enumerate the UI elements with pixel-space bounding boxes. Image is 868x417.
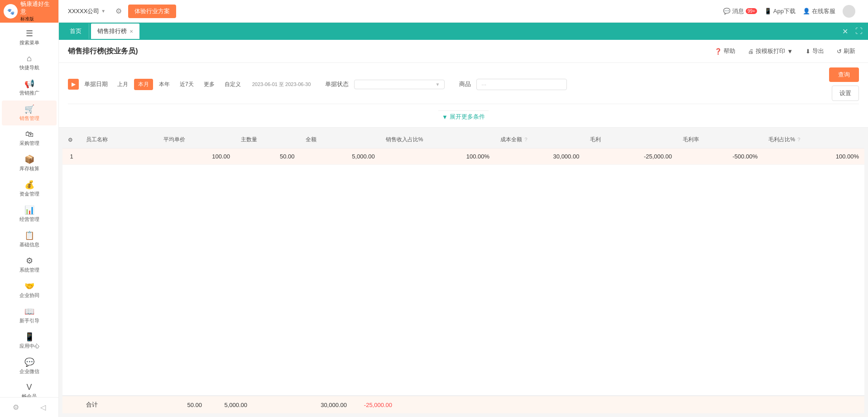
table-footer: 合计 50.00 5,000.00 30,000.00 -25,000.00 bbox=[62, 395, 864, 413]
sidebar-label-basic: 基础信息 bbox=[19, 241, 39, 248]
maximize-icon[interactable]: ⛶ bbox=[854, 25, 864, 38]
goods-input[interactable]: ··· bbox=[476, 79, 567, 90]
filter-toggle-btn[interactable]: ▶ bbox=[68, 79, 79, 90]
date-filter-label: 单据日期 bbox=[84, 80, 108, 88]
sidebar-item-quick[interactable]: ⌂快捷导航 bbox=[2, 50, 57, 75]
sidebar-item-inventory[interactable]: 📦库存核算 bbox=[2, 151, 57, 176]
sidebar-label-search: 搜索菜单 bbox=[19, 39, 39, 46]
gross-pct-help-icon[interactable]: ? bbox=[797, 137, 800, 142]
tab-sales-ranking[interactable]: 销售排行榜 ✕ bbox=[91, 24, 139, 39]
app-version: 标准版 bbox=[20, 16, 55, 22]
company-selector[interactable]: XXXXX公司 ▼ bbox=[64, 5, 109, 17]
search-icon: ☰ bbox=[26, 29, 33, 38]
sales-icon: 🛒 bbox=[24, 104, 34, 114]
sidebar-item-purchase[interactable]: 🛍采购管理 bbox=[2, 126, 57, 150]
cell-name bbox=[81, 149, 158, 165]
sidebar-item-apps[interactable]: 📱应用中心 bbox=[2, 328, 57, 353]
col-header-gross-pct: 毛利占比% ? bbox=[763, 131, 864, 149]
sidebar-item-basic[interactable]: 📋基础信息 bbox=[2, 227, 57, 252]
tab-close-icon[interactable]: ✕ bbox=[129, 29, 133, 34]
date-btn-custom[interactable]: 自定义 bbox=[221, 79, 245, 90]
online-service-btn[interactable]: 👤 在线客服 bbox=[803, 7, 835, 15]
sidebar-label-finance: 资金管理 bbox=[19, 191, 39, 197]
print-icon: 🖨 bbox=[748, 48, 754, 55]
col-header-gross-rate: 毛利率 bbox=[677, 131, 763, 149]
sidebar-item-sales[interactable]: 🛒销售管理 bbox=[2, 101, 57, 125]
cost-help-icon[interactable]: ? bbox=[524, 137, 527, 142]
tab-home[interactable]: 首页 bbox=[62, 24, 89, 39]
export-button[interactable]: ⬇ 导出 bbox=[802, 45, 828, 57]
wechat-icon: 💬 bbox=[24, 357, 34, 367]
content: 销售排行榜(按业务员) ❓ 帮助 🖨 按模板打印 ▼ ⬇ 导出 ↺ 刷新 bbox=[59, 40, 868, 417]
service-icon: 👤 bbox=[803, 8, 810, 14]
date-btn-this-month[interactable]: 本月 bbox=[134, 79, 153, 90]
date-btn-more[interactable]: 更多 bbox=[200, 79, 219, 90]
sidebar-bottom: ⚙ ◁ bbox=[0, 397, 58, 417]
sidebar-item-finance[interactable]: 💰资金管理 bbox=[2, 176, 57, 201]
expand-icon: ▼ bbox=[442, 114, 448, 120]
service-label: 在线客服 bbox=[812, 7, 835, 15]
sidebar-item-system[interactable]: ⚙系统管理 bbox=[2, 252, 57, 277]
close-window-icon[interactable]: ✕ bbox=[840, 25, 850, 38]
sidebar-nav: ☰搜索菜单⌂快捷导航📢营销推广🛒销售管理🛍采购管理📦库存核算💰资金管理📊经营管理… bbox=[0, 23, 58, 397]
table-row: 1 100.00 50.00 5,000.00 100.00% 30,000.0… bbox=[62, 149, 864, 165]
table-body: 1 100.00 50.00 5,000.00 100.00% 30,000.0… bbox=[62, 149, 864, 165]
avatar[interactable] bbox=[843, 5, 855, 18]
purchase-icon: 🛍 bbox=[25, 129, 34, 139]
data-table: ⚙ 员工名称 平均单价 主数量 全额 销售收入占比% 成本全额 ? 毛利 毛利率… bbox=[62, 131, 864, 165]
settings-icon[interactable]: ⚙ bbox=[11, 401, 21, 413]
topbar-settings-icon[interactable]: ⚙ bbox=[114, 5, 124, 17]
main-area: XXXXX公司 ▼ ⚙ 体验行业方案 💬 消息 99+ 📱 App下载 👤 在线… bbox=[59, 0, 868, 417]
col-header-amount: 全额 bbox=[300, 131, 380, 149]
filter-row-1: ▶ 单据日期 上月 本月 本年 近7天 更多 自定义 2023-06-01 至 … bbox=[68, 67, 859, 101]
col-header-settings[interactable]: ⚙ bbox=[62, 131, 81, 149]
sidebar: 🐾 畅康通好生意 标准版 ☰搜索菜单⌂快捷导航📢营销推广🛒销售管理🛍采购管理📦库… bbox=[0, 0, 59, 417]
sidebar-label-guide: 新手引导 bbox=[19, 317, 39, 324]
app-download-icon: 📱 bbox=[764, 8, 772, 14]
refresh-button[interactable]: ↺ 刷新 bbox=[833, 45, 859, 57]
sidebar-item-coop[interactable]: 🤝企业协同 bbox=[2, 278, 57, 302]
topbar-right: 💬 消息 99+ 📱 App下载 👤 在线客服 bbox=[723, 5, 863, 18]
col-header-avg-price: 平均单价 bbox=[158, 131, 235, 149]
app-download-btn[interactable]: 📱 App下载 bbox=[764, 7, 796, 15]
company-name: XXXXX公司 bbox=[68, 7, 99, 15]
cell-rank: 1 bbox=[62, 149, 81, 165]
sidebar-item-wechat[interactable]: 💬企业微信 bbox=[2, 354, 57, 379]
sidebar-item-member[interactable]: V畅会员 bbox=[2, 379, 57, 397]
footer-gross: -25,000.00 bbox=[352, 402, 398, 408]
settings-button[interactable]: 设置 bbox=[832, 86, 859, 101]
print-chevron-icon: ▼ bbox=[787, 48, 793, 55]
date-btn-this-year[interactable]: 本年 bbox=[155, 79, 174, 90]
message-label: 消息 bbox=[732, 7, 744, 15]
sidebar-item-marketing[interactable]: 📢营销推广 bbox=[2, 75, 57, 100]
footer-cost: 30,000.00 bbox=[307, 402, 352, 408]
sidebar-label-wechat: 企业微信 bbox=[19, 368, 39, 375]
page-actions: ❓ 帮助 🖨 按模板打印 ▼ ⬇ 导出 ↺ 刷新 bbox=[711, 45, 859, 57]
col-header-sales-pct: 销售收入占比% bbox=[380, 131, 495, 149]
cell-qty: 50.00 bbox=[235, 149, 300, 165]
trial-button[interactable]: 体验行业方案 bbox=[128, 5, 176, 18]
sidebar-item-guide[interactable]: 📖新手引导 bbox=[2, 303, 57, 328]
footer-amount: 5,000.00 bbox=[207, 402, 253, 408]
cell-gross-pct: 100.00% bbox=[763, 149, 864, 165]
message-icon: 💬 bbox=[723, 8, 730, 14]
col-header-gross: 毛利 bbox=[585, 131, 677, 149]
sidebar-label-inventory: 库存核算 bbox=[19, 165, 39, 172]
print-button[interactable]: 🖨 按模板打印 ▼ bbox=[744, 45, 796, 57]
expand-conditions-btn[interactable]: ▼ 展开更多条件 bbox=[438, 110, 489, 123]
page-title: 销售排行榜(按业务员) bbox=[68, 47, 138, 56]
coop-icon: 🤝 bbox=[24, 281, 34, 291]
system-icon: ⚙ bbox=[26, 256, 33, 266]
sidebar-item-operations[interactable]: 📊经营管理 bbox=[2, 201, 57, 226]
help-button[interactable]: ❓ 帮助 bbox=[711, 45, 739, 57]
sidebar-item-search[interactable]: ☰搜索菜单 bbox=[2, 25, 57, 50]
message-btn[interactable]: 💬 消息 99+ bbox=[723, 7, 757, 15]
filter-bar: ▶ 单据日期 上月 本月 本年 近7天 更多 自定义 2023-06-01 至 … bbox=[59, 63, 868, 128]
date-btn-7days[interactable]: 近7天 bbox=[176, 79, 198, 90]
collapse-icon[interactable]: ◁ bbox=[38, 401, 48, 413]
query-button[interactable]: 查询 bbox=[829, 67, 859, 82]
status-select[interactable]: ▼ bbox=[354, 80, 445, 89]
operations-icon: 📊 bbox=[24, 205, 34, 215]
date-btn-last-month[interactable]: 上月 bbox=[113, 79, 132, 90]
guide-icon: 📖 bbox=[24, 307, 34, 316]
